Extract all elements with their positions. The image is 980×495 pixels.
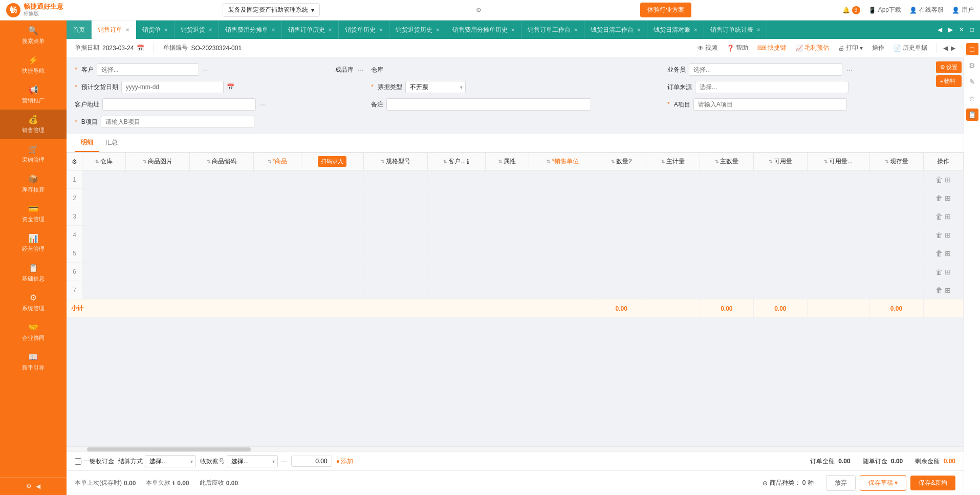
close-icon[interactable]: ✕ xyxy=(328,27,332,33)
row-qty2[interactable] xyxy=(597,226,646,244)
row-copy-icon[interactable]: ⊞ xyxy=(945,194,951,202)
row-main-qty[interactable] xyxy=(700,244,753,263)
row-unit[interactable] xyxy=(529,244,597,263)
tab-sales-return-history[interactable]: 销货退货历史 ✕ xyxy=(389,20,446,39)
address-input[interactable] xyxy=(102,98,256,111)
row-spec[interactable] xyxy=(363,189,427,207)
notice-button[interactable]: 🔔 9 xyxy=(842,6,860,14)
row-warehouse[interactable] xyxy=(82,170,126,189)
row-main-qty[interactable] xyxy=(700,263,753,281)
app-download-button[interactable]: 📱 App下载 xyxy=(868,6,901,14)
row-delete-icon[interactable]: 🗑 xyxy=(935,212,943,221)
row-attr[interactable] xyxy=(485,226,529,244)
tab-daily-reconcile[interactable]: 钱货日清对账 ✕ xyxy=(647,20,704,39)
view-btn[interactable]: 👁 视频 xyxy=(694,42,721,54)
sidebar-item-purchase[interactable]: 🛒 采购管理 xyxy=(0,139,67,169)
sidebar-item-basic[interactable]: 📋 基础信息 xyxy=(0,258,67,288)
row-code[interactable] xyxy=(190,281,254,299)
calendar-icon[interactable]: 📅 xyxy=(137,45,144,52)
tab-sales-order-history[interactable]: 销售订单历史 ✕ xyxy=(282,20,339,39)
right-sidebar-btn-4[interactable]: ☆ xyxy=(966,92,978,104)
row-customer-code[interactable] xyxy=(427,207,485,226)
row-attr[interactable] xyxy=(485,263,529,281)
row-spec[interactable] xyxy=(363,244,427,263)
row-main-qty[interactable] xyxy=(700,207,753,226)
row-main-unit[interactable] xyxy=(646,170,700,189)
row-spec[interactable] xyxy=(363,170,427,189)
close-icon[interactable]: ✕ xyxy=(637,27,641,33)
row-warehouse[interactable] xyxy=(82,244,126,263)
user-menu[interactable]: 👤 用户 xyxy=(952,6,974,14)
customer-ellipsis-icon[interactable]: ··· xyxy=(203,66,209,74)
warehouse-ellipsis-icon[interactable]: ··· xyxy=(358,66,364,74)
tab-sales-order[interactable]: 销售订单 ✕ xyxy=(92,20,136,39)
row-attr[interactable] xyxy=(485,170,529,189)
row-attr[interactable] xyxy=(485,189,529,207)
row-spec[interactable] xyxy=(363,207,427,226)
row-unit[interactable] xyxy=(529,263,597,281)
row-code[interactable] xyxy=(190,170,254,189)
tab-sales-goods[interactable]: 销货单 ✕ xyxy=(136,20,175,39)
row-spec[interactable] xyxy=(363,263,427,281)
order-source-input[interactable] xyxy=(695,81,848,93)
row-main-unit[interactable] xyxy=(646,207,700,226)
row-copy-icon[interactable]: ⊞ xyxy=(945,249,951,257)
row-copy-icon[interactable]: ⊞ xyxy=(945,231,951,239)
row-customer-code[interactable] xyxy=(427,244,485,263)
settings-icon[interactable]: ⚙ xyxy=(473,4,485,16)
address-ellipsis-icon[interactable]: ··· xyxy=(260,100,266,109)
horizontal-scrollbar[interactable] xyxy=(87,447,251,451)
tab-sales-workbench[interactable]: 销售订单工作台 ✕ xyxy=(521,20,584,39)
row-main-qty[interactable] xyxy=(700,281,753,299)
row-name[interactable] xyxy=(254,207,301,226)
sidebar-item-search[interactable]: 🔍 搜索菜单 xyxy=(0,20,67,50)
deposit-checkbox-label[interactable]: 一键收订金 xyxy=(75,457,114,466)
history-btn[interactable]: 📄 历史单据 xyxy=(890,42,930,54)
row-copy-icon[interactable]: ⊞ xyxy=(945,212,951,221)
system-selector[interactable]: 装备及固定资产辅助管理系统 ▾ xyxy=(223,3,320,17)
tab-summary[interactable]: 汇总 xyxy=(99,134,124,152)
close-icon[interactable]: ✕ xyxy=(756,27,760,33)
deposit-checkbox[interactable] xyxy=(75,458,81,465)
sidebar-item-guide[interactable]: 📖 新手引导 xyxy=(0,347,67,377)
close-icon[interactable]: ✕ xyxy=(208,27,212,33)
close-icon[interactable]: ✕ xyxy=(164,27,168,33)
print-btn[interactable]: 🖨 打印 ▾ xyxy=(835,42,866,54)
tab-sales-return[interactable]: 销货退货 ✕ xyxy=(175,20,219,39)
account-ellipsis-icon[interactable]: ··· xyxy=(281,457,287,465)
staff-ellipsis-icon[interactable]: ··· xyxy=(846,66,853,74)
close-icon[interactable]: ✕ xyxy=(574,27,578,33)
sidebar-item-operation[interactable]: 📊 经营管理 xyxy=(0,228,67,258)
row-main-qty[interactable] xyxy=(700,226,753,244)
tab-menu-icon[interactable]: ✕ xyxy=(957,25,966,34)
scan-button[interactable]: 扫码录入 xyxy=(318,156,346,167)
b-project-input[interactable] xyxy=(101,116,254,128)
delivery-input[interactable] xyxy=(121,81,224,93)
row-warehouse[interactable] xyxy=(82,263,126,281)
online-service-button[interactable]: 👤 在线客服 xyxy=(909,6,944,14)
tab-expand-icon[interactable]: □ xyxy=(968,25,976,34)
th-unit[interactable]: ⇅ *销售单位 xyxy=(529,153,597,170)
sidebar-settings-icon[interactable]: ⚙ xyxy=(26,483,32,490)
add-goods-btn[interactable]: + 物料 xyxy=(936,75,962,87)
th-available2[interactable]: ⇅ 可用量... xyxy=(807,153,869,170)
row-name[interactable] xyxy=(254,244,301,263)
th-image[interactable]: ⇅ 商品图片 xyxy=(126,153,190,170)
row-customer-code[interactable] xyxy=(427,189,485,207)
row-main-qty[interactable] xyxy=(700,189,753,207)
row-code[interactable] xyxy=(190,226,254,244)
row-delete-icon[interactable]: 🗑 xyxy=(935,231,943,239)
sidebar-item-cooperation[interactable]: 🤝 企业协同 xyxy=(0,317,67,347)
tab-next-icon[interactable]: ▶ xyxy=(946,25,955,34)
right-sidebar-btn-5[interactable]: 📋 xyxy=(966,109,978,121)
row-name[interactable] xyxy=(254,226,301,244)
row-name[interactable] xyxy=(254,281,301,299)
account-select[interactable]: 选择... xyxy=(227,455,278,467)
sidebar-item-marketing[interactable]: 📢 营销推广 xyxy=(0,80,67,110)
customer-input[interactable] xyxy=(97,63,199,76)
tab-prev-icon[interactable]: ◀ xyxy=(935,25,944,34)
th-main-qty[interactable]: ⇅ 主数量 xyxy=(700,153,753,170)
th-spec[interactable]: ⇅ 规格型号 xyxy=(363,153,427,170)
row-unit[interactable] xyxy=(529,207,597,226)
th-name[interactable]: ⇅ *商品 xyxy=(254,153,301,170)
